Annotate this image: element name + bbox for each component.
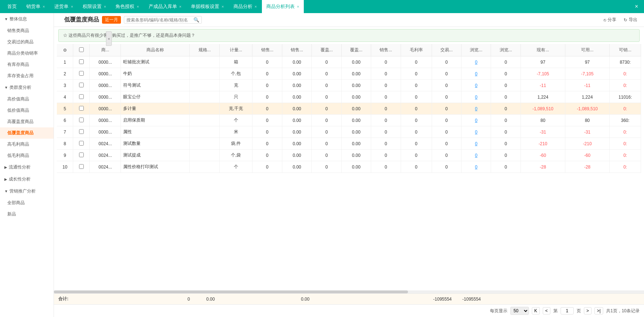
row-browse1[interactable]: 0 (462, 161, 491, 173)
col-transaction[interactable]: 交易... (432, 44, 461, 56)
row-checkbox[interactable] (79, 118, 84, 122)
settings-icon[interactable]: ⚙ (63, 48, 67, 53)
sidebar-section-overview[interactable]: ▼ 整体信息 (0, 13, 54, 25)
nav-purchase[interactable]: 进货单 × (50, 0, 77, 13)
row-checkbox-cell[interactable] (73, 103, 90, 115)
row-checkbox[interactable] (79, 129, 84, 134)
nav-goods-list[interactable]: 商品分析列表 × (262, 0, 303, 13)
sidebar-section-marketing[interactable]: ▼ 营销推广分析 (0, 185, 54, 197)
col-name[interactable]: 商品名称 (121, 44, 190, 56)
period-button[interactable]: 近一月 (102, 16, 121, 24)
sidebar-item-traded[interactable]: 交易过的商品 (0, 36, 54, 48)
horizontal-scrollbar[interactable] (54, 290, 644, 293)
row-checkbox-cell[interactable] (73, 161, 90, 173)
row-checkbox-cell[interactable] (73, 115, 90, 126)
nav-product-close[interactable]: × (179, 4, 181, 9)
sidebar-item-sales-goods[interactable]: 销售类商品 (0, 25, 54, 36)
scrollbar-thumb[interactable] (54, 290, 408, 293)
nav-permission-close[interactable]: × (104, 4, 106, 9)
window-close-button[interactable]: × (632, 3, 641, 10)
col-sales-amt[interactable]: 销售... (282, 44, 311, 56)
last-page-btn[interactable]: >| (594, 307, 603, 314)
col-sales-qty[interactable]: 销售... (252, 44, 282, 56)
nav-role[interactable]: 角色授权 × (111, 0, 143, 13)
select-all-checkbox[interactable] (79, 47, 84, 52)
col-coverage1[interactable]: 覆盖... (312, 44, 341, 56)
row-checkbox[interactable] (79, 83, 84, 87)
nav-product-stock[interactable]: 产成品入库单 × (144, 0, 186, 13)
row-checkbox-cell[interactable] (73, 80, 90, 91)
nav-goods-list-close[interactable]: × (297, 4, 299, 9)
next-page-btn[interactable]: > (584, 307, 592, 314)
row-checkbox[interactable] (79, 71, 84, 76)
sidebar-item-low-coverage[interactable]: 低覆盖度商品 (0, 127, 54, 139)
col-browse2[interactable]: 浏览... (491, 44, 521, 56)
nav-template[interactable]: 单据模板设置 × (186, 0, 228, 13)
sidebar-item-low-value[interactable]: 低价值商品 (0, 105, 54, 116)
nav-sales[interactable]: 销货单 × (22, 0, 49, 13)
page-number-input[interactable] (561, 307, 574, 314)
col-spec[interactable]: 规格... (190, 44, 219, 56)
nav-role-close[interactable]: × (137, 4, 139, 9)
row-browse1[interactable]: 0 (462, 91, 491, 103)
sidebar-item-low-profit[interactable]: 低毛利商品 (0, 150, 54, 161)
col-coverage2[interactable]: 覆盖... (341, 44, 371, 56)
row-checkbox[interactable] (79, 106, 84, 111)
row-browse1[interactable]: 0 (462, 68, 491, 80)
row-browse1[interactable]: 0 (462, 56, 491, 68)
sidebar-item-all-goods[interactable]: 全部商品 (0, 197, 54, 209)
col-sales-data[interactable]: 销售... (371, 44, 401, 56)
sidebar-item-capital[interactable]: 库存资金占用 (0, 70, 54, 82)
row-browse1[interactable]: 0 (462, 138, 491, 150)
col-available[interactable]: 可用... (565, 44, 609, 56)
search-icon[interactable]: 🔍 (193, 17, 199, 23)
share-button[interactable]: ⎋ 分享 (601, 16, 619, 24)
sidebar-section-cluster[interactable]: ▼ 类群度分析 (0, 82, 54, 94)
row-checkbox-cell[interactable] (73, 126, 90, 138)
row-browse1[interactable]: 0 (462, 80, 491, 91)
search-input[interactable] (126, 17, 192, 23)
col-browse1[interactable]: 浏览... (462, 44, 491, 56)
sidebar-section-growth[interactable]: ▶ 成长性分析 (0, 173, 54, 185)
row-browse1[interactable]: 0 (462, 150, 491, 161)
sidebar-item-category-rate[interactable]: 商品分类动销率 (0, 48, 54, 59)
sidebar-item-high-profit[interactable]: 高毛利商品 (0, 139, 54, 150)
row-browse1[interactable]: 0 (462, 115, 491, 126)
sidebar-item-in-stock[interactable]: 有库存商品 (0, 59, 54, 70)
sidebar-collapse-btn[interactable]: « (106, 31, 112, 46)
nav-template-close[interactable]: × (221, 4, 224, 9)
col-code[interactable]: 商... (90, 44, 121, 56)
row-checkbox[interactable] (79, 94, 84, 99)
sidebar-item-new-goods[interactable]: 新品 (0, 209, 54, 220)
row-checkbox[interactable] (79, 152, 84, 157)
nav-sales-close[interactable]: × (43, 4, 45, 9)
col-checkbox[interactable] (73, 44, 90, 56)
nav-permission[interactable]: 权限设置 × (78, 0, 110, 13)
nav-purchase-close[interactable]: × (71, 4, 73, 9)
col-current-stock[interactable]: 现有... (521, 44, 565, 56)
row-browse1[interactable]: 0 (462, 126, 491, 138)
per-page-select[interactable]: 50 100 200 (510, 307, 529, 315)
row-checkbox[interactable] (79, 164, 84, 169)
sidebar-section-flow[interactable]: ▶ 流通性分析 (0, 161, 54, 173)
row-browse1[interactable]: 0 (462, 103, 491, 115)
export-button[interactable]: ↻ 导出 (621, 16, 640, 24)
row-checkbox[interactable] (79, 141, 84, 146)
nav-goods-analysis-close[interactable]: × (255, 4, 257, 9)
row-checkbox-cell[interactable] (73, 68, 90, 80)
prev-page-btn[interactable]: < (543, 307, 550, 314)
row-checkbox-cell[interactable] (73, 91, 90, 103)
col-gross-margin[interactable]: 毛利率 (401, 44, 432, 56)
col-settings[interactable]: ⚙ (57, 44, 73, 56)
row-checkbox-cell[interactable] (73, 150, 90, 161)
nav-home[interactable]: 首页 (3, 0, 21, 13)
row-checkbox-cell[interactable] (73, 138, 90, 150)
row-checkbox[interactable] (79, 59, 84, 64)
row-checkbox-cell[interactable] (73, 56, 90, 68)
sidebar-item-high-value[interactable]: 高价值商品 (0, 94, 54, 105)
nav-goods-analysis[interactable]: 商品分析 × (229, 0, 261, 13)
sidebar-item-high-coverage[interactable]: 高覆盖度商品 (0, 116, 54, 127)
first-page-btn[interactable]: K (532, 307, 540, 314)
col-saleable[interactable]: 可销... (609, 44, 641, 56)
col-unit[interactable]: 计量... (219, 44, 252, 56)
